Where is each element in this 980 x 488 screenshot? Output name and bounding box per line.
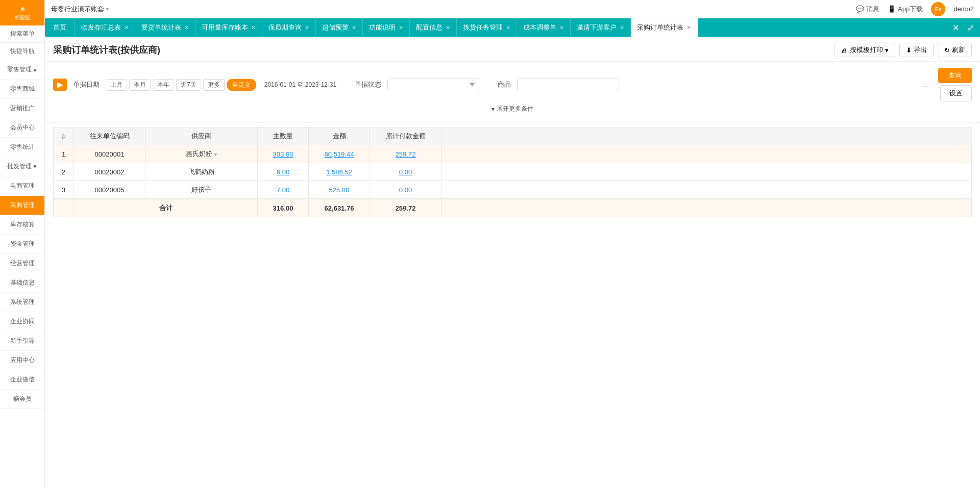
tab-receive-close[interactable]: ✕: [124, 24, 129, 31]
cell-amount: 60,519.44: [309, 145, 370, 163]
sidebar-item-basic[interactable]: 基础信息: [0, 273, 44, 293]
sidebar-item-retail[interactable]: 零售管理 ▲: [0, 60, 44, 80]
query-col: 查询 设置: [938, 68, 972, 101]
status-filter-label: 单据状态: [355, 80, 381, 89]
nav-expand-btn[interactable]: ⤢: [965, 23, 976, 33]
refresh-icon: ↻: [944, 46, 950, 54]
date-btn-this-year[interactable]: 本年: [153, 79, 174, 91]
tab-order-summary-close[interactable]: ✕: [184, 24, 189, 31]
tab-function-desc-close[interactable]: ✕: [399, 24, 403, 31]
footer-cell-label: 合计: [74, 199, 258, 217]
filter-area: ▶ 单据日期 上月 本月 本年 近7天 更多 自定义 2016-01-01 至 …: [45, 62, 980, 123]
sidebar-item-retail-mall[interactable]: 零售商城: [0, 80, 44, 99]
sidebar-item-inventory[interactable]: 库存核算: [0, 215, 44, 235]
sidebar-item-wxwork[interactable]: 企业微信: [0, 370, 44, 390]
sidebar-item-wholesale[interactable]: 批发管理 ▼: [0, 157, 44, 176]
cell-supplier: 飞鹤奶粉: [145, 163, 258, 181]
tab-purchase-summary-close[interactable]: ✕: [687, 24, 691, 31]
col-header-qty: 主数量: [258, 127, 309, 145]
sidebar-item-system[interactable]: 系统管理: [0, 293, 44, 312]
logo-icon: 畅: [13, 4, 32, 13]
tab-available-stock[interactable]: 可用量库存账本 ✕: [195, 18, 262, 37]
app-download-btn[interactable]: 📱 App下载: [888, 5, 923, 14]
tab-order-summary[interactable]: 要货单统计表 ✕: [135, 18, 195, 37]
tab-purchase-summary[interactable]: 采购订单统计表 ✕: [631, 18, 698, 37]
sidebar-item-retail-stat[interactable]: 零售统计: [0, 138, 44, 157]
sidebar-item-purchase[interactable]: 采购管理: [0, 196, 44, 215]
cell-qty: 7.00: [258, 181, 309, 199]
tab-pick-task-close[interactable]: ✕: [506, 24, 510, 31]
supplier-arrow-icon: ▾: [214, 151, 217, 157]
table-foot: 合计 316.00 62,631.76 259.72: [54, 199, 972, 217]
print-button[interactable]: 🖨 按模板打印 ▾: [835, 43, 895, 57]
tab-shelf-life-close[interactable]: ✕: [305, 24, 309, 31]
sidebar-item-member[interactable]: 会员中心: [0, 118, 44, 138]
tab-overstock-close[interactable]: ✕: [352, 24, 356, 31]
nav-close-btn[interactable]: ✕: [950, 23, 961, 33]
workspace-selector[interactable]: 母婴行业演示账套 ▾: [51, 5, 109, 14]
tab-home[interactable]: 首页: [45, 18, 75, 37]
table-row: 1 00020001 惠氏奶粉 ▾ 303.00 60,519.44 259.7…: [54, 145, 972, 163]
table-head: ☆ 往来单位编码 供应商 主数量 金额: [54, 127, 972, 145]
table-footer-row: 合计 316.00 62,631.76 259.72: [54, 199, 972, 217]
sidebar-item-quicknav[interactable]: 快捷导航: [0, 43, 44, 60]
print-arrow-icon: ▾: [885, 46, 889, 54]
tab-receive-label: 收发存汇总表: [81, 23, 121, 32]
sidebar-item-marketing[interactable]: 营销推广: [0, 99, 44, 118]
cell-extra: [442, 163, 972, 181]
sidebar-item-enterprise[interactable]: 企业协同: [0, 312, 44, 331]
tab-available-stock-close[interactable]: ✕: [251, 24, 256, 31]
tab-cost-adjust-label: 成本调整单: [523, 23, 556, 32]
message-label: 消息: [866, 5, 879, 14]
more-filter-btn[interactable]: ...: [922, 81, 928, 89]
tab-config-info-close[interactable]: ✕: [446, 24, 450, 31]
cell-extra: [442, 145, 972, 163]
page-actions: 🖨 按模板打印 ▾ ⬇ 导出 ↻ 刷新: [835, 43, 972, 57]
sidebar-item-ecommerce[interactable]: 电商管理: [0, 176, 44, 196]
sidebar-item-search[interactable]: 搜索菜单: [0, 25, 44, 43]
filter-toggle-btn[interactable]: ▶: [53, 79, 67, 91]
sidebar-item-finance[interactable]: 资金管理: [0, 235, 44, 254]
date-btn-more[interactable]: 更多: [203, 79, 225, 91]
tab-invite-downstream-close[interactable]: ✕: [620, 24, 624, 31]
message-btn[interactable]: 💬 消息: [856, 5, 879, 14]
export-button[interactable]: ⬇ 导出: [899, 43, 934, 57]
table-row: 2 00020002 飞鹤奶粉 6.00 1,586.52 0.00: [54, 163, 972, 181]
date-btn-custom[interactable]: 自定义: [227, 79, 256, 91]
col-header-checkbox: ☆: [54, 127, 74, 145]
svg-text:畅: 畅: [20, 7, 24, 11]
tab-pick-task[interactable]: 拣货任务管理 ✕: [457, 18, 517, 37]
page-header: 采购订单统计表(按供应商) 🖨 按模板打印 ▾ ⬇ 导出 ↻ 刷新: [45, 37, 980, 62]
cell-paid: 0.00: [370, 181, 442, 199]
tab-overstock[interactable]: 超储预警 ✕: [316, 18, 363, 37]
date-btn-7days[interactable]: 近7天: [176, 79, 201, 91]
sidebar-item-operations[interactable]: 经营管理: [0, 254, 44, 273]
col-header-amount: 金额: [309, 127, 370, 145]
app-icon: 📱: [888, 5, 896, 13]
tab-home-label: 首页: [53, 23, 66, 32]
status-select[interactable]: [387, 79, 479, 91]
sidebar-item-newguide[interactable]: 新手引导: [0, 331, 44, 351]
topbar-right: 💬 消息 📱 App下载 Ea demo2: [856, 2, 974, 16]
page-content: 采购订单统计表(按供应商) 🖨 按模板打印 ▾ ⬇ 导出 ↻ 刷新: [45, 37, 980, 488]
settings-button[interactable]: 设置: [940, 85, 972, 101]
expand-more-row: ▾ 展开更多条件: [53, 101, 972, 116]
refresh-button[interactable]: ↻ 刷新: [938, 43, 972, 57]
tab-cost-adjust-close[interactable]: ✕: [559, 24, 564, 31]
user-avatar[interactable]: Ea: [931, 2, 945, 16]
footer-cell-amount: 62,631.76: [309, 199, 370, 217]
tab-invite-downstream[interactable]: 邀请下游客户 ✕: [571, 18, 631, 37]
goods-input[interactable]: [517, 79, 619, 91]
workspace-label: 母婴行业演示账套: [51, 5, 104, 14]
date-btn-this-month[interactable]: 本月: [129, 79, 151, 91]
sidebar-item-appcenter[interactable]: 应用中心: [0, 351, 44, 370]
expand-more-btn[interactable]: ▾ 展开更多条件: [492, 105, 533, 113]
tab-shelf-life[interactable]: 保质期查询 ✕: [262, 18, 316, 37]
query-button[interactable]: 查询: [938, 68, 972, 83]
tab-cost-adjust[interactable]: 成本调整单 ✕: [517, 18, 571, 37]
tab-config-info[interactable]: 配置信息 ✕: [410, 18, 457, 37]
date-btn-last-month[interactable]: 上月: [106, 79, 127, 91]
tab-function-desc[interactable]: 功能说明 ✕: [363, 18, 410, 37]
sidebar-item-member2[interactable]: 畅会员: [0, 390, 44, 409]
tab-receive[interactable]: 收发存汇总表 ✕: [75, 18, 135, 37]
